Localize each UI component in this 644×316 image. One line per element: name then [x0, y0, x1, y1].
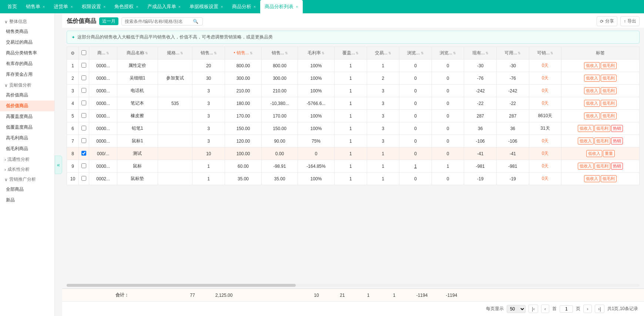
row-checkbox[interactable]	[81, 151, 86, 156]
th-trade[interactable]: 交易...⇅	[367, 47, 399, 60]
horizontal-scrollbar[interactable]	[67, 284, 640, 287]
cell-margin: 100%	[298, 122, 335, 135]
cell-checkbox[interactable]	[79, 85, 89, 97]
nav-product-analysis-list[interactable]: 商品分析列表 ×	[260, 0, 302, 13]
nav-product-instock[interactable]: 产成品入库单 ×	[143, 0, 185, 13]
th-cover[interactable]: 覆盖...⇅	[334, 47, 367, 60]
th-browse2[interactable]: 浏览...⇅	[432, 47, 464, 60]
close-product-instock[interactable]: ×	[178, 0, 181, 13]
th-stock3[interactable]: 可销...⇅	[529, 47, 561, 60]
th-code[interactable]: 商...⇅	[89, 47, 117, 60]
browse-value[interactable]: 1	[414, 164, 417, 169]
sidebar-item-high-coverage[interactable]: 高覆盖度商品	[0, 111, 54, 122]
th-browse1[interactable]: 浏览...⇅	[399, 47, 432, 60]
export-button[interactable]: ↑ 导出	[620, 16, 640, 26]
row-checkbox[interactable]	[81, 101, 86, 105]
page-size-select[interactable]: 50 100 200	[507, 305, 526, 313]
th-spec[interactable]: 规格...⇅	[158, 47, 192, 60]
first-page-button[interactable]: |‹	[529, 305, 538, 313]
cell-checkbox[interactable]	[79, 147, 89, 160]
sidebar-item-low-value[interactable]: 低价值商品	[0, 101, 54, 111]
cell-checkbox[interactable]	[79, 97, 89, 110]
footer-label: 合计：	[67, 292, 133, 298]
sort-browse1-icon: ⇅	[421, 51, 424, 55]
row-checkbox[interactable]	[81, 88, 86, 93]
sidebar-group-contribution[interactable]: ∨ 贡献值分析	[0, 80, 54, 90]
nav-home[interactable]: 首页	[3, 0, 21, 13]
close-product-analysis-list[interactable]: ×	[296, 0, 298, 13]
cell-sale2: 800.00	[225, 60, 261, 72]
th-checkbox[interactable]	[79, 47, 89, 60]
th-name[interactable]: 商品名称⇅	[117, 47, 158, 60]
sidebar-item-has-stock[interactable]: 有库存的商品	[0, 58, 54, 69]
sidebar-collapse-button[interactable]: «	[55, 156, 62, 174]
cell-trade: 3	[367, 110, 399, 122]
th-stock1[interactable]: 现有...⇅	[464, 47, 497, 60]
th-gear[interactable]: ⚙	[67, 47, 79, 60]
close-role-auth[interactable]: ×	[136, 0, 138, 13]
row-checkbox[interactable]	[81, 138, 86, 143]
th-sale1[interactable]: 销售...⇅	[192, 47, 225, 60]
search-icon[interactable]: 🔍	[193, 19, 198, 24]
sidebar-item-high-margin[interactable]: 高毛利商品	[0, 133, 54, 143]
cell-browse1[interactable]: 1	[399, 160, 432, 173]
sidebar-item-stock-fund[interactable]: 库存资金占用	[0, 69, 54, 80]
nav-role-auth[interactable]: 角色授权 ×	[110, 0, 142, 13]
close-permissions[interactable]: ×	[103, 0, 105, 13]
sidebar-item-category-rate[interactable]: 商品分类销售率	[0, 48, 54, 58]
last-page-button[interactable]: ›|	[595, 305, 604, 313]
cell-checkbox[interactable]	[79, 122, 89, 135]
sidebar-group-growth[interactable]: › 成长性分析	[0, 164, 54, 174]
cell-checkbox[interactable]	[79, 173, 89, 185]
products-table: ⚙ 商...⇅ 商品名称⇅ 规格...⇅ 销售...⇅ • 销售...⇅ 销售.…	[67, 47, 640, 185]
sidebar-item-all-products[interactable]: 全部商品	[0, 184, 54, 195]
sidebar-item-low-coverage[interactable]: 低覆盖度商品	[0, 122, 54, 133]
row-checkbox[interactable]	[81, 176, 86, 181]
nav-purchase-order[interactable]: 进货单 ×	[49, 0, 77, 13]
row-checkbox[interactable]	[81, 75, 86, 80]
time-range-tag[interactable]: 近一月	[99, 17, 118, 25]
sidebar-item-traded[interactable]: 交易过的商品	[0, 37, 54, 48]
share-button[interactable]: ⟳ 分享	[597, 16, 617, 26]
cell-browse1: 0	[399, 72, 432, 85]
th-sale2[interactable]: • 销售...⇅	[225, 47, 261, 60]
search-input[interactable]	[125, 19, 191, 24]
cell-checkbox[interactable]	[79, 60, 89, 72]
close-purchase-order[interactable]: ×	[70, 0, 73, 13]
cell-cover: 1	[334, 72, 367, 85]
nav-template-settings[interactable]: 单据模板设置 ×	[185, 0, 227, 13]
row-checkbox[interactable]	[81, 113, 86, 118]
row-checkbox[interactable]	[81, 63, 86, 68]
cell-code: 000/...	[89, 147, 117, 160]
th-sale3[interactable]: 销售...⇅	[262, 47, 298, 60]
nav-permissions[interactable]: 权限设置 ×	[77, 0, 110, 13]
prev-page-button[interactable]: ‹	[541, 305, 549, 313]
next-page-button[interactable]: ›	[583, 305, 591, 313]
row-checkbox[interactable]	[81, 163, 86, 168]
cell-cover: 1	[334, 122, 367, 135]
cell-checkbox[interactable]	[79, 110, 89, 122]
close-sales-order[interactable]: ×	[43, 0, 45, 13]
page-number-input[interactable]	[560, 305, 573, 313]
sidebar-group-marketing[interactable]: ∨ 营销推广分析	[0, 174, 54, 184]
nav-product-analysis[interactable]: 商品分析 ×	[228, 0, 260, 13]
row-checkbox[interactable]	[81, 126, 86, 130]
sidebar-item-high-value[interactable]: 高价值商品	[0, 90, 54, 101]
cell-sale3: 0.00	[262, 147, 298, 160]
close-template-settings[interactable]: ×	[221, 0, 223, 13]
nav-sales-order[interactable]: 销售单 ×	[21, 0, 49, 13]
sidebar-group-overall[interactable]: ∨ 整体信息	[0, 16, 54, 26]
close-product-analysis[interactable]: ×	[254, 0, 256, 13]
sidebar-group-circulation[interactable]: › 流通性分析	[0, 154, 54, 164]
sidebar-item-sales-category[interactable]: 销售类商品	[0, 26, 54, 37]
cell-checkbox[interactable]	[79, 160, 89, 173]
sidebar-item-new-products[interactable]: 新品	[0, 195, 54, 205]
sidebar-item-low-margin[interactable]: 低毛利商品	[0, 143, 54, 154]
cell-checkbox[interactable]	[79, 135, 89, 147]
th-stock2[interactable]: 可用...⇅	[497, 47, 529, 60]
cell-sale3: 35.00	[262, 173, 298, 185]
select-all-checkbox[interactable]	[81, 50, 86, 55]
cell-checkbox[interactable]	[79, 72, 89, 85]
scroll-thumb[interactable]	[67, 284, 296, 287]
th-margin[interactable]: 毛利率⇅	[298, 47, 335, 60]
